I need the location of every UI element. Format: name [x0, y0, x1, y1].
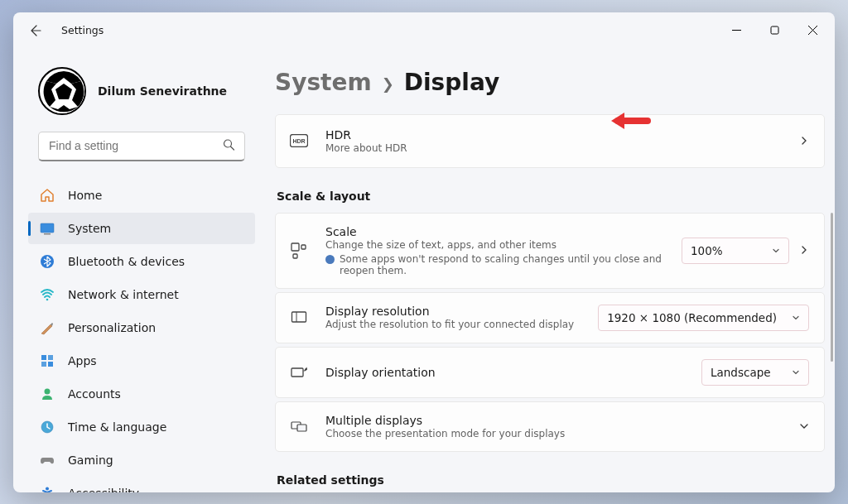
- username: Dilum Senevirathne: [98, 84, 227, 98]
- scrollbar-thumb[interactable]: [831, 213, 833, 362]
- sidebar: Dilum Senevirathne Home: [13, 49, 262, 492]
- back-button[interactable]: [20, 16, 50, 46]
- orientation-select[interactable]: Landscape: [701, 359, 809, 386]
- nav-label: Apps: [68, 354, 97, 367]
- section-related: Related settings: [277, 473, 825, 487]
- multiple-displays-card[interactable]: Multiple displays Choose the presentatio…: [275, 401, 825, 452]
- chevron-down-icon: [772, 247, 780, 255]
- home-icon: [40, 188, 55, 203]
- scale-note: Some apps won't respond to scaling chang…: [340, 253, 673, 276]
- close-icon: [808, 26, 817, 35]
- nav-label: Gaming: [68, 454, 113, 467]
- svg-rect-11: [48, 362, 53, 367]
- window-controls: [717, 16, 831, 46]
- breadcrumb-parent[interactable]: System: [275, 69, 372, 96]
- info-icon: [325, 255, 335, 264]
- minimize-icon: [732, 26, 741, 35]
- hdr-icon: HDR: [289, 131, 309, 151]
- resolution-card[interactable]: Display resolution Adjust the resolution…: [275, 292, 825, 343]
- minimize-button[interactable]: [717, 16, 755, 46]
- nav-item-bluetooth[interactable]: Bluetooth & devices: [28, 246, 255, 277]
- chevron-down-icon: [792, 314, 800, 322]
- nav-label: Personalization: [68, 321, 156, 334]
- nav-item-gaming[interactable]: Gaming: [28, 444, 255, 476]
- resolution-title: Display resolution: [325, 305, 598, 318]
- hdr-subtitle: More about HDR: [325, 142, 799, 154]
- nav-label: Accounts: [68, 387, 121, 401]
- chevron-down-icon: [799, 419, 809, 434]
- scale-select[interactable]: 100%: [682, 238, 789, 264]
- scale-card[interactable]: Scale Change the size of text, apps, and…: [275, 213, 825, 289]
- multiple-displays-icon: [289, 416, 309, 436]
- accessibility-icon: [40, 486, 55, 492]
- close-button[interactable]: [793, 16, 831, 46]
- clock-icon: [40, 420, 55, 434]
- nav-item-personalization[interactable]: Personalization: [28, 312, 255, 343]
- breadcrumb-current: Display: [404, 69, 499, 96]
- svg-rect-8: [41, 355, 46, 360]
- hdr-card[interactable]: HDR HDR More about HDR: [275, 114, 825, 168]
- nav-item-apps[interactable]: Apps: [28, 345, 255, 377]
- orientation-icon: [289, 362, 309, 382]
- nav-list: Home System Bluetooth & devices: [13, 180, 255, 492]
- orientation-value: Landscape: [711, 366, 771, 379]
- nav-label: Accessibility: [68, 487, 139, 492]
- resolution-select[interactable]: 1920 × 1080 (Recommended): [598, 305, 809, 331]
- search-wrap: [13, 132, 255, 161]
- system-icon: [40, 221, 55, 236]
- scale-title: Scale: [325, 225, 682, 238]
- avatar: [38, 67, 86, 115]
- scale-subtitle: Change the size of text, apps, and other…: [325, 239, 682, 251]
- nav-item-time[interactable]: Time & language: [28, 411, 255, 443]
- svg-point-7: [46, 298, 49, 300]
- orientation-card[interactable]: Display orientation Landscape: [275, 347, 825, 398]
- profile-section[interactable]: Dilum Senevirathne: [13, 49, 255, 132]
- breadcrumb: System ❯ Display: [275, 69, 825, 96]
- resolution-value: 1920 × 1080 (Recommended): [607, 311, 777, 324]
- apps-icon: [40, 353, 55, 368]
- svg-rect-5: [44, 233, 51, 235]
- multiple-title: Multiple displays: [325, 414, 799, 427]
- svg-rect-18: [301, 245, 306, 249]
- resolution-icon: [289, 308, 309, 328]
- svg-rect-24: [297, 425, 306, 431]
- app-title: Settings: [61, 24, 104, 36]
- orientation-title: Display orientation: [325, 366, 701, 379]
- chevron-right-icon: [799, 133, 809, 149]
- nav-label: Network & internet: [68, 288, 179, 301]
- nav-label: Bluetooth & devices: [68, 255, 185, 268]
- chevron-down-icon: [792, 368, 800, 377]
- chevron-right-icon: ❯: [382, 75, 394, 93]
- svg-rect-17: [292, 243, 299, 251]
- svg-text:HDR: HDR: [292, 138, 305, 144]
- svg-rect-9: [48, 355, 53, 360]
- main-content: System ❯ Display HDR HDR More about HDR: [262, 49, 835, 492]
- gaming-icon: [40, 453, 55, 468]
- nav-item-system[interactable]: System: [28, 213, 255, 244]
- resolution-subtitle: Adjust the resolution to fit your connec…: [325, 319, 598, 330]
- section-scale-layout: Scale & layout: [277, 190, 825, 203]
- search-input[interactable]: [38, 132, 245, 161]
- svg-rect-0: [771, 26, 778, 34]
- network-icon: [40, 287, 55, 302]
- nav-label: System: [68, 222, 111, 235]
- hdr-title: HDR: [325, 128, 799, 142]
- scale-icon: [289, 241, 309, 261]
- svg-point-12: [45, 388, 51, 394]
- personalization-icon: [40, 320, 55, 335]
- back-arrow-icon: [28, 24, 41, 37]
- svg-rect-19: [293, 254, 297, 258]
- nav-label: Time & language: [68, 420, 166, 434]
- maximize-button[interactable]: [755, 16, 793, 46]
- nav-item-network[interactable]: Network & internet: [28, 279, 255, 310]
- nav-item-home[interactable]: Home: [28, 180, 255, 211]
- nav-item-accessibility[interactable]: Accessibility: [28, 478, 255, 492]
- svg-rect-4: [41, 223, 54, 233]
- svg-rect-10: [41, 362, 46, 367]
- scale-value: 100%: [691, 244, 723, 257]
- nav-label: Home: [68, 189, 102, 202]
- nav-item-accounts[interactable]: Accounts: [28, 378, 255, 410]
- settings-window: Settings: [13, 12, 835, 492]
- chevron-right-icon: [799, 242, 809, 258]
- svg-rect-22: [292, 368, 303, 377]
